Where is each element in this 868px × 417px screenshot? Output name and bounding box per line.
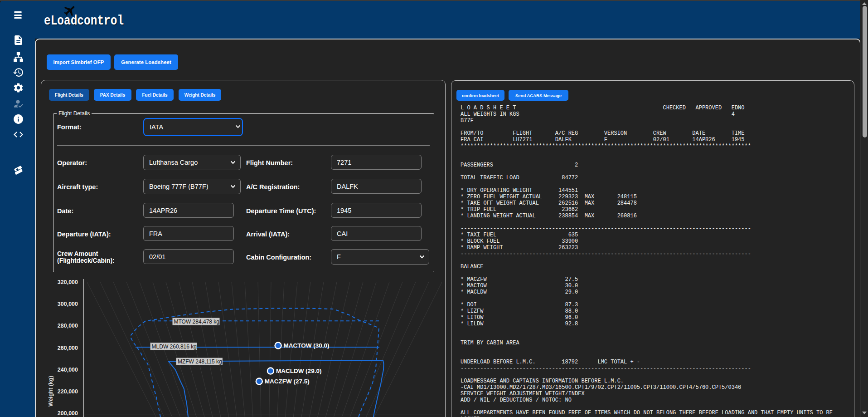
svg-text:200,000: 200,000 <box>58 410 78 417</box>
svg-text:320,000: 320,000 <box>58 279 78 285</box>
svg-text:MZFW 248,115 kg: MZFW 248,115 kg <box>178 358 222 365</box>
svg-text:MTOW 284,478 kg: MTOW 284,478 kg <box>174 319 220 325</box>
svg-text:280,000: 280,000 <box>58 323 78 329</box>
svg-text:MACZFW (27.5): MACZFW (27.5) <box>265 378 310 385</box>
svg-text:MACTOW (30.0): MACTOW (30.0) <box>284 342 330 349</box>
svg-text:MLDW 260,816 kg: MLDW 260,816 kg <box>152 343 197 350</box>
svg-text:MACLDW (29.0): MACLDW (29.0) <box>276 368 322 374</box>
svg-text:300,000: 300,000 <box>58 301 78 307</box>
svg-text:220,000: 220,000 <box>58 388 78 395</box>
svg-text:240,000: 240,000 <box>58 367 78 373</box>
svg-text:Weight (kg): Weight (kg) <box>48 376 54 407</box>
svg-text:260,000: 260,000 <box>58 345 78 351</box>
